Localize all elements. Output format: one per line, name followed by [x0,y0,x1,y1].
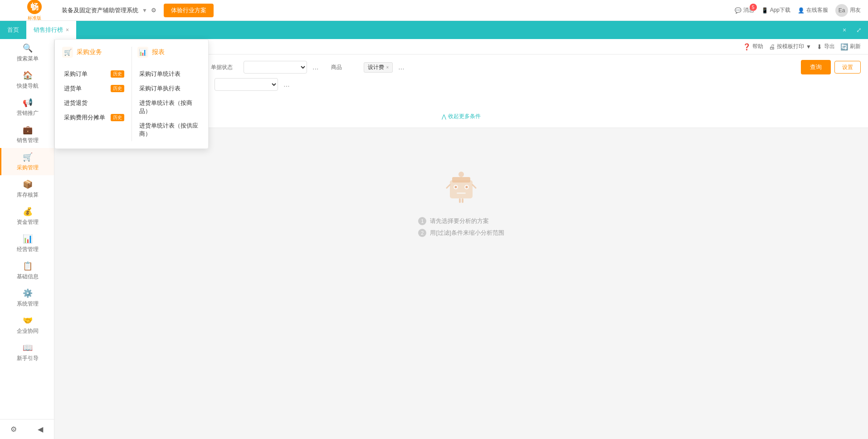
svg-point-5 [466,186,468,188]
trial-button[interactable]: 体验行业方案 [164,4,214,17]
refresh-button[interactable]: 🔄 刷新 [840,43,861,50]
sidebar-collapse-button[interactable]: ◀ [33,422,48,437]
dropdown-item-inbound-stat-supplier[interactable]: 进货单统计表（按供应商） [137,118,201,141]
message-badge: 5 [750,4,757,11]
doc-status-select[interactable] [244,61,307,74]
goods-dots[interactable]: ... [398,63,404,71]
logo-area: 畅 标准版 [7,0,62,21]
nav-tabs-right: × ⤢ [839,25,868,35]
goods-tag: 设计费 × [364,62,393,73]
logo-icon: 畅 [27,0,42,14]
dropdown-divider [132,47,132,141]
empty-hint-2: 2 用[过滤]条件来缩小分析范围 [418,229,504,237]
empty-state: 1 请先选择要分析的方案 2 用[过滤]条件来缩小分析范围 [54,128,868,273]
message-icon: 💬 [735,7,741,14]
sidebar-item-inventory[interactable]: 📦 库存核算 [0,175,54,202]
goods-label: 商品 [331,64,358,71]
sidebar-item-quick-nav[interactable]: 🏠 快捷导航 [0,66,54,94]
sidebar-settings-button[interactable]: ⚙ [6,422,21,437]
dropdown-item-purchase-fee[interactable]: 采购费用分摊单 历史 [62,110,126,125]
top-header: 畅 标准版 装备及固定资产辅助管理系统 ▼ ⚙ 体验行业方案 💬 消息 5 📱 … [0,0,868,21]
sidebar-bottom: ⚙ ◀ [0,419,54,439]
sidebar: 🔍 搜索菜单 🏠 快捷导航 📢 营销推广 💼 销售管理 🛒 采购管理 📦 库存核… [0,39,54,439]
svg-rect-1 [452,177,470,183]
export-button[interactable]: ⬇ 导出 [817,43,835,50]
print-button[interactable]: 🖨 按模板打印 ▼ [769,43,811,50]
tab-home[interactable]: 首页 [0,21,26,39]
query-button[interactable]: 查询 [801,60,831,74]
sidebar-item-finance[interactable]: 💰 资金管理 [0,202,54,230]
purchase-section-icon: 🛒 [62,47,73,58]
svg-line-9 [447,185,450,188]
collapse-button[interactable]: ⋀ 收起更多条件 [442,113,481,120]
system-title: 装备及固定资产辅助管理系统 [62,6,138,15]
svg-rect-0 [450,180,473,198]
print-dropdown-icon[interactable]: ▼ [806,44,811,50]
app-download-button[interactable]: 📱 App下载 [761,6,790,14]
inventory-icon: 📦 [23,179,33,189]
doc-status-dots[interactable]: ... [312,63,318,71]
empty-hint-1: 1 请先选择要分析的方案 [418,217,504,225]
empty-illustration [439,164,484,210]
purchase-col-title: 采购业务 [77,48,102,56]
export-icon: ⬇ [817,43,822,50]
salesperson-select[interactable] [215,78,278,91]
sidebar-item-system[interactable]: ⚙️ 系统管理 [0,284,54,311]
message-button[interactable]: 💬 消息 5 [735,6,754,14]
settings-button[interactable]: 设置 [834,61,861,74]
sidebar-item-search[interactable]: 🔍 搜索菜单 [0,39,54,66]
sidebar-item-sales[interactable]: 💼 销售管理 [0,121,54,148]
user-button[interactable]: Ea 用友 [835,4,861,17]
empty-hints: 1 请先选择要分析的方案 2 用[过滤]条件来缩小分析范围 [418,217,504,237]
search-icon: 🔍 [23,43,33,53]
svg-rect-7 [459,198,461,203]
finance-icon: 💰 [23,207,33,217]
close-tab-icon[interactable]: × [66,27,69,33]
service-icon: 👤 [798,7,805,14]
svg-point-4 [455,186,457,188]
hint-num-2: 2 [418,229,426,237]
goods-tag-close[interactable]: × [386,65,389,70]
sidebar-item-purchase[interactable]: 🛒 采购管理 [0,148,54,175]
title-dropdown-icon[interactable]: ▼ [142,7,147,14]
sidebar-item-newbie[interactable]: 📖 新手引导 [0,339,54,366]
sidebar-item-operations[interactable]: 📊 经营管理 [0,230,54,257]
svg-rect-8 [462,198,463,203]
report-col-header: 📊 报表 [137,47,201,61]
dropdown-item-inbound-stat-goods[interactable]: 进货单统计表（按商品） [137,96,201,118]
close-window-button[interactable]: × [839,25,850,35]
dropdown-report-col: 📊 报表 采购订单统计表 采购订单执行表 进货单统计表（按商品） 进货单统计表（… [137,47,201,141]
home-icon: 🏠 [23,70,33,80]
sidebar-item-enterprise[interactable]: 🤝 企业协同 [0,311,54,339]
history-badge-1: 历史 [111,85,124,92]
doc-status-label: 单据状态 [211,64,238,71]
purchase-col-header: 🛒 采购业务 [62,47,126,61]
expand-window-button[interactable]: ⤢ [853,25,864,35]
dropdown-cols: 🛒 采购业务 采购订单 历史 进货单 历史 进货退货 采购费用分摊单 历史 [62,47,201,141]
system-title-area: 装备及固定资产辅助管理系统 ▼ ⚙ 体验行业方案 [62,4,735,17]
system-icon: ⚙️ [23,288,33,298]
dropdown-item-inbound-return[interactable]: 进货退货 [62,96,126,110]
tab-sales-rank[interactable]: 销售排行榜 × [26,21,76,39]
online-service-button[interactable]: 👤 在线客服 [798,6,828,14]
report-col-title: 报表 [152,48,165,56]
help-button[interactable]: ❓ 帮助 [743,43,763,50]
settings-gear-button[interactable]: ⚙ [147,4,160,17]
dropdown-item-purchase-order-exec[interactable]: 采购订单执行表 [137,81,201,96]
sidebar-item-basic-info[interactable]: 📋 基础信息 [0,257,54,284]
logo-subtitle: 标准版 [28,15,41,21]
sidebar-item-marketing[interactable]: 📢 营销推广 [0,94,54,121]
history-badge-3: 历史 [111,114,124,121]
collapse-up-icon: ⋀ [442,113,446,120]
dropdown-item-purchase-order[interactable]: 采购订单 历史 [62,67,126,81]
phone-icon: 📱 [761,7,768,14]
nav-tabs-bar: 首页 销售排行榜 × × ⤢ [0,21,868,39]
print-icon: 🖨 [769,43,775,50]
header-right: 💬 消息 5 📱 App下载 👤 在线客服 Ea 用友 [735,4,861,17]
basicinfo-icon: 📋 [23,261,33,271]
dropdown-item-inbound[interactable]: 进货单 历史 [62,81,126,96]
dropdown-purchase-col: 🛒 采购业务 采购订单 历史 进货单 历史 进货退货 采购费用分摊单 历史 [62,47,126,141]
report-section-icon: 📊 [137,47,148,58]
salesperson-dots[interactable]: ... [283,80,289,89]
dropdown-item-purchase-order-stat[interactable]: 采购订单统计表 [137,67,201,81]
